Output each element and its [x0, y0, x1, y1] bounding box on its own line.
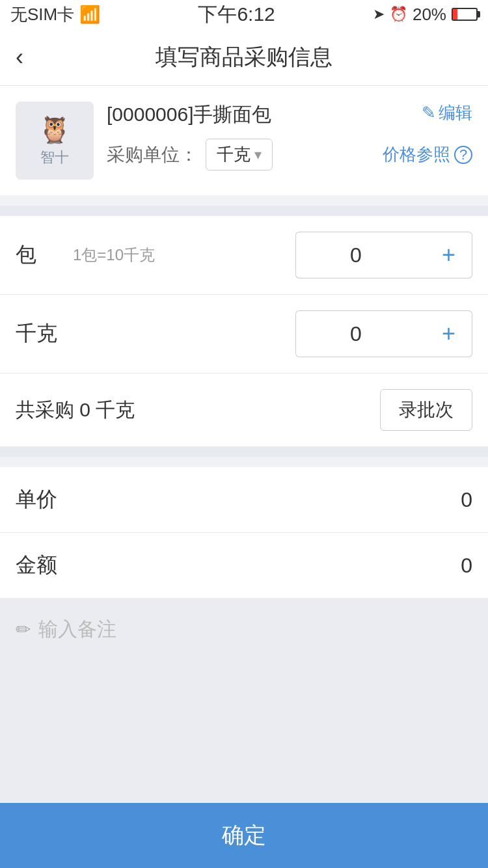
bag-sub-label: 1包=10千克: [73, 245, 155, 265]
unit-label: 采购单位：: [107, 142, 198, 167]
back-button[interactable]: ‹: [16, 44, 23, 71]
info-section: 单价 0 金额 0: [0, 467, 488, 598]
unit-price-value: 0: [461, 488, 472, 512]
amount-label: 金额: [16, 551, 68, 580]
input-section: 包 1包=10千克 + 千克 +: [0, 216, 488, 373]
status-time: 下午6:12: [198, 1, 275, 28]
wifi-icon: 📶: [79, 5, 100, 25]
bag-input-wrap: +: [295, 232, 472, 278]
amount-row: 金额 0: [0, 533, 488, 598]
section-divider-2: [0, 446, 488, 457]
kg-label: 千克: [16, 319, 68, 348]
bag-label: 包: [16, 241, 68, 269]
unit-price-label: 单价: [16, 485, 68, 514]
product-info: [0000006]手撕面包 ✎ 编辑 采购单位： 千克 ▾ 价格参照 ?: [107, 102, 472, 170]
question-icon: ?: [454, 146, 472, 164]
product-card: 🦉 智十 [0000006]手撕面包 ✎ 编辑 采购单位： 千克 ▾ 价格参照 …: [0, 86, 488, 195]
edit-icon: ✎: [422, 103, 436, 123]
bag-input[interactable]: [295, 232, 426, 278]
kg-input-row: 千克 +: [0, 295, 488, 373]
price-ref-label: 价格参照: [383, 143, 450, 166]
alarm-icon: ⏰: [390, 6, 407, 23]
location-icon: ➤: [373, 6, 385, 23]
kg-input-wrap: +: [295, 310, 472, 357]
kg-plus-button[interactable]: +: [426, 310, 472, 357]
remarks-placeholder: 输入备注: [38, 616, 116, 643]
bag-input-row: 包 1包=10千克 +: [0, 216, 488, 295]
unit-price-row: 单价 0: [0, 467, 488, 533]
battery-percent: 20%: [413, 5, 446, 25]
amount-value: 0: [461, 554, 472, 578]
bag-plus-button[interactable]: +: [426, 232, 472, 278]
product-name: [0000006]手撕面包: [107, 102, 271, 128]
status-bar: 无SIM卡 📶 下午6:12 ➤ ⏰ 20%: [0, 0, 488, 29]
battery-icon: [452, 8, 478, 21]
edit-label: 编辑: [439, 102, 472, 124]
unit-selector[interactable]: 千克 ▾: [206, 139, 273, 170]
price-ref-button[interactable]: 价格参照 ?: [383, 143, 472, 166]
kg-input[interactable]: [295, 310, 426, 357]
edit-button[interactable]: ✎ 编辑: [422, 102, 472, 124]
total-row: 共采购 0 千克 录批次: [0, 373, 488, 446]
remarks-inner: ✏ 输入备注: [16, 616, 472, 643]
confirm-button[interactable]: 确定: [0, 803, 488, 868]
unit-value: 千克: [217, 143, 251, 166]
pencil-icon: ✏: [16, 619, 31, 640]
sim-text: 无SIM卡: [10, 3, 74, 26]
section-divider-1: [0, 206, 488, 216]
product-image-label: 智十: [40, 148, 69, 167]
status-right: ➤ ⏰ 20%: [373, 5, 478, 25]
unit-row: 采购单位： 千克 ▾ 价格参照 ?: [107, 139, 472, 170]
chevron-down-icon: ▾: [254, 146, 262, 163]
nav-bar: ‹ 填写商品采购信息: [0, 29, 488, 86]
product-image: 🦉 智十: [16, 102, 94, 180]
record-batch-button[interactable]: 录批次: [380, 389, 472, 431]
total-label: 共采购 0 千克: [16, 397, 135, 424]
page-title: 填写商品采购信息: [156, 42, 332, 72]
product-name-row: [0000006]手撕面包 ✎ 编辑: [107, 102, 472, 128]
product-logo-icon: 🦉: [38, 115, 71, 145]
status-left: 无SIM卡 📶: [10, 3, 100, 26]
